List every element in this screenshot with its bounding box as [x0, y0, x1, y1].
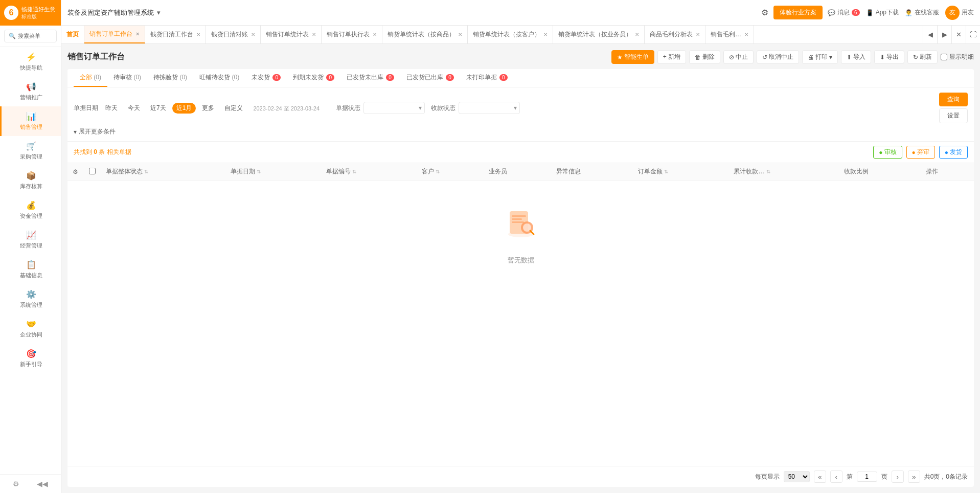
sidebar-item-sales[interactable]: 📊 销售管理 [0, 106, 61, 136]
stop-button[interactable]: ⊘ 中止 [723, 50, 754, 64]
subtab-pending-inspect[interactable]: 待拣验货 (0) [147, 69, 193, 87]
topbar-gear-button[interactable]: ⚙ [761, 8, 768, 17]
cancel-stop-button[interactable]: ↺ 取消中止 [757, 50, 799, 64]
tab-close-sales-order[interactable]: ✕ [135, 31, 140, 37]
import-button[interactable]: ⬆ 导入 [841, 50, 871, 64]
status-select[interactable] [363, 102, 425, 114]
tab-fullscreen-button[interactable]: ⛶ [966, 26, 980, 44]
payment-select[interactable] [459, 102, 520, 114]
tab-sales-order-workbench[interactable]: 销售订单工作台 ✕ [84, 26, 145, 43]
add-button[interactable]: + 新增 [657, 50, 686, 64]
tab-close-sales-exec[interactable]: ✕ [373, 32, 377, 37]
date-opt-7days[interactable]: 近7天 [146, 103, 170, 114]
industry-btn[interactable]: 体验行业方案 [773, 6, 823, 19]
subtab-all[interactable]: 全部 (0) [74, 69, 107, 87]
subtab-not-printed[interactable]: 未打印单据 0 [460, 69, 514, 87]
subtab-overdue-not-shipped[interactable]: 到期未发货 0 [287, 69, 340, 87]
sidebar-item-business[interactable]: 📈 经营管理 [0, 225, 61, 255]
settings-button[interactable]: ⚙ [13, 480, 19, 488]
tab-next-button[interactable]: ▶ [937, 26, 951, 44]
tab-close-cash-reconcile[interactable]: ✕ [251, 32, 255, 37]
subtab-pending-review[interactable]: 待审核 (0) [107, 69, 147, 87]
refresh-button[interactable]: ↻ 刷新 [907, 50, 938, 64]
smart-create-button[interactable]: ★ 智能生单 [611, 50, 654, 64]
tab-close-gross-margin[interactable]: ✕ [696, 32, 700, 37]
sidebar-item-finance[interactable]: 💰 资金管理 [0, 195, 61, 225]
tab-sales-by-customer[interactable]: 销货单统计表（按客户） ✕ [468, 26, 553, 43]
subtab-wangpu-pending[interactable]: 旺铺待发货 (0) [193, 69, 245, 87]
tab-close-sales-margin[interactable]: ✕ [744, 32, 748, 37]
sidebar-item-beginner[interactable]: 🎯 新手引导 [0, 344, 61, 373]
sidebar-item-enterprise[interactable]: 🤝 企业协同 [0, 314, 61, 344]
sidebar-item-marketing[interactable]: 📢 营销推广 [0, 77, 61, 106]
date-opt-yesterday[interactable]: 昨天 [101, 103, 122, 114]
tab-close-cash-daily[interactable]: ✕ [196, 32, 200, 37]
tab-close-sales-stats[interactable]: ✕ [312, 32, 316, 37]
ship-button[interactable]: ● 发货 [939, 146, 968, 159]
table-scroll[interactable]: ⚙ 单据整体状态 ⇅ 单据日期 ⇅ [67, 163, 974, 466]
subtab-shipped-out[interactable]: 已发货已出库 0 [400, 69, 460, 87]
status-filter-label: 单据状态 [336, 104, 360, 113]
sort-customer-icon[interactable]: ⇅ [436, 169, 440, 174]
filter-expand-button[interactable]: ▾ 展开更多条件 [74, 127, 968, 136]
tab-sales-order-exec[interactable]: 销售订单执行表 ✕ [322, 26, 382, 43]
next-page-button[interactable]: › [892, 470, 904, 483]
date-opt-today[interactable]: 今天 [124, 103, 144, 114]
col-checkbox[interactable] [84, 163, 101, 181]
last-page-button[interactable]: » [908, 470, 920, 483]
sidebar-item-inventory[interactable]: 📦 库存核算 [0, 166, 61, 195]
col-settings[interactable]: ⚙ [67, 163, 84, 181]
tab-sales-order-stats[interactable]: 销售订单统计表 ✕ [261, 26, 322, 43]
tab-sales-by-salesperson[interactable]: 销货单统计表（按业务员） ✕ [553, 26, 645, 43]
tab-cash-reconcile[interactable]: 钱货日清对账 ✕ [206, 26, 261, 43]
tab-close-all-button[interactable]: ✕ [951, 26, 966, 44]
sidebar-item-system[interactable]: ⚙️ 系统管理 [0, 284, 61, 314]
page-size-select[interactable]: 50 20 100 [784, 471, 810, 482]
filter-action-buttons: 查询 设置 [939, 93, 968, 123]
set-button[interactable]: 设置 [939, 108, 968, 123]
tab-prev-button[interactable]: ◀ [923, 26, 937, 44]
date-opt-custom[interactable]: 自定义 [220, 103, 247, 114]
prev-page-button[interactable]: ‹ [830, 470, 842, 483]
sidebar-item-basic-info[interactable]: 📋 基础信息 [0, 255, 61, 284]
tab-close-by-product[interactable]: ✕ [458, 32, 462, 37]
sort-amount-icon[interactable]: ⇅ [664, 169, 668, 174]
query-button[interactable]: 查询 [939, 93, 968, 106]
tab-sales-margin[interactable]: 销售毛利… ✕ [705, 26, 754, 43]
sidebar-nav: ⚡ 快捷导航 📢 营销推广 📊 销售管理 🛒 采购管理 📦 库存核算 💰 资金管… [0, 47, 61, 474]
select-all-checkbox[interactable] [89, 168, 96, 174]
sidebar-item-purchase[interactable]: 🛒 采购管理 [0, 136, 61, 166]
sort-date-icon[interactable]: ⇅ [257, 169, 261, 174]
first-page-button[interactable]: « [814, 470, 826, 483]
show-detail-label[interactable]: 显示明细 [941, 53, 974, 61]
sort-number-icon[interactable]: ⇅ [352, 169, 356, 174]
tab-cash-daily-workbench[interactable]: 钱货日清工作台 ✕ [145, 26, 206, 43]
tab-sales-by-product[interactable]: 销货单统计表（按商品） ✕ [382, 26, 468, 43]
sort-status-icon[interactable]: ⇅ [144, 169, 148, 174]
tab-home[interactable]: 首页 [61, 26, 84, 43]
system-dropdown-button[interactable]: ▾ [157, 9, 161, 16]
user-action[interactable]: 友 用友 [945, 6, 974, 20]
sidebar-logo: 6 畅捷通好生意 标准版 [0, 0, 61, 26]
collapse-button[interactable]: ◀◀ [37, 480, 48, 488]
page-number-input[interactable] [857, 472, 877, 482]
sort-receipt-icon[interactable]: ⇅ [766, 169, 770, 174]
print-button[interactable]: 🖨 打印 ▾ [802, 50, 838, 64]
subtab-not-shipped[interactable]: 未发货 0 [245, 69, 287, 87]
tab-gross-margin[interactable]: 商品毛利分析表 ✕ [645, 26, 705, 43]
app-download-action[interactable]: 📱 App下载 [866, 8, 899, 17]
sidebar-item-quick-nav[interactable]: ⚡ 快捷导航 [0, 47, 61, 77]
cancel-audit-button[interactable]: ● 弃审 [906, 146, 935, 159]
date-opt-more[interactable]: 更多 [198, 103, 218, 114]
search-menu-button[interactable]: 🔍 搜索菜单 [4, 30, 57, 42]
delete-button[interactable]: 🗑 删除 [689, 50, 720, 64]
tab-close-by-salesperson[interactable]: ✕ [635, 32, 639, 37]
show-detail-checkbox[interactable] [941, 54, 947, 60]
message-action[interactable]: 💬 消息 6 [828, 8, 860, 17]
date-opt-1month[interactable]: 近1月 [172, 103, 196, 114]
tab-close-by-customer[interactable]: ✕ [543, 32, 548, 37]
subtab-shipped-not-out[interactable]: 已发货未出库 0 [340, 69, 400, 87]
online-service-action[interactable]: 👨‍💼 在线客服 [905, 8, 939, 17]
export-button[interactable]: ⬇ 导出 [874, 50, 904, 64]
audit-button[interactable]: ● 审核 [873, 146, 902, 159]
